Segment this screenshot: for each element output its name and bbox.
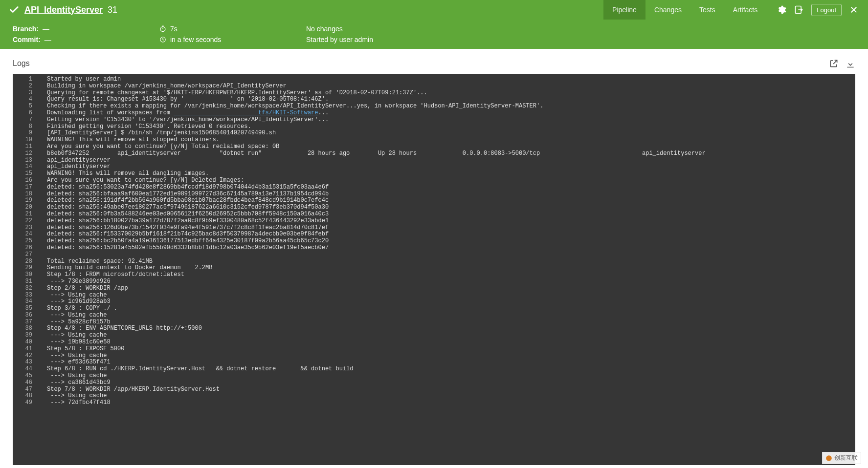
line-number: 16 <box>13 177 40 184</box>
logs-header: Logs <box>13 59 855 68</box>
log-line: 9[API_IdentityServer] $ /bin/sh /tmp/jen… <box>13 130 855 137</box>
line-number: 23 <box>13 225 40 232</box>
console-output[interactable]: 1Started by user admin2Building in works… <box>13 74 855 465</box>
line-content: [API_IdentityServer] $ /bin/sh /tmp/jenk… <box>40 130 276 137</box>
log-line: 35Step 3/8 : COPY ./ . <box>13 305 855 312</box>
log-line: 15WARNING! This will remove all dangling… <box>13 170 855 177</box>
line-content: api_identityserver <box>40 164 111 170</box>
line-content: Query result is: Changeset #153430 by ' … <box>40 96 329 103</box>
line-content: deleted: sha256:15281a45502efb55b90d6332… <box>40 245 329 252</box>
eta-value: in a few seconds <box>170 36 221 43</box>
line-content: WARNING! This will remove all dangling i… <box>40 170 209 177</box>
close-icon[interactable] <box>848 4 859 15</box>
line-content: deleted: sha256:53023a74fd428e8f2869bb4f… <box>40 184 329 191</box>
line-content: ---> Using cache <box>40 373 107 380</box>
line-number: 15 <box>13 170 40 177</box>
log-line: 26deleted: sha256:15281a45502efb55b90d63… <box>13 245 855 252</box>
line-number: 40 <box>13 339 40 346</box>
header-tabs: Pipeline Changes Tests Artifacts <box>603 0 766 20</box>
line-content: deleted: sha256:bb180027ba39a172d787f2aa… <box>40 218 329 225</box>
line-number: 18 <box>13 191 40 198</box>
line-number: 22 <box>13 218 40 225</box>
line-number: 30 <box>13 272 40 278</box>
line-content: deleted: sha256:f153370029b5bf1618f21b74… <box>40 231 329 238</box>
branch-row: Branch: — <box>13 25 159 33</box>
log-line: 6Downloading list of workspaces from tfs… <box>13 110 855 117</box>
line-number: 4 <box>13 96 40 103</box>
line-number: 33 <box>13 292 40 299</box>
breadcrumb-link[interactable]: API_IdentityServer <box>24 5 103 15</box>
log-line: 36 ---> Using cache <box>13 312 855 319</box>
info-col-2: 7s in a few seconds <box>159 25 306 43</box>
commit-label: Commit: <box>13 36 41 43</box>
download-icon[interactable] <box>846 59 855 68</box>
tab-tests[interactable]: Tests <box>690 0 724 20</box>
log-line: 31 ---> 730e3899d926 <box>13 278 855 285</box>
line-number: 45 <box>13 373 40 380</box>
gear-icon[interactable] <box>776 4 787 15</box>
line-number: 2 <box>13 83 40 90</box>
line-number: 3 <box>13 90 40 97</box>
log-line: 18deleted: sha256:bfaaa9af600ea1772ed1e9… <box>13 191 855 198</box>
line-content: ---> 1c961d928ab3 <box>40 298 111 305</box>
line-content: ---> Using cache <box>40 312 107 319</box>
line-number: 29 <box>13 265 40 272</box>
tab-changes[interactable]: Changes <box>645 0 690 20</box>
tab-pipeline[interactable]: Pipeline <box>603 0 645 20</box>
line-content: ---> Using cache <box>40 393 107 400</box>
log-line: 27 <box>13 252 855 258</box>
line-number: 38 <box>13 325 40 332</box>
line-number: 9 <box>13 130 40 137</box>
log-line: 33 ---> Using cache <box>13 292 855 299</box>
exit-icon[interactable] <box>794 4 804 15</box>
line-content: ---> Using cache <box>40 353 107 360</box>
log-link[interactable]: tfs/HKIT-Software <box>174 109 318 116</box>
log-line: 49 ---> 72dfbc47f418 <box>13 400 855 406</box>
line-content: Step 6/8 : RUN cd ./HKERP.IdentityServer… <box>40 366 354 373</box>
log-line: 29Sending build context to Docker daemon… <box>13 265 855 272</box>
commit-value: — <box>45 36 51 43</box>
line-number: 6 <box>13 110 40 117</box>
log-line: 23deleted: sha256:126d0be73b71542f034e9f… <box>13 225 855 232</box>
line-number: 20 <box>13 204 40 211</box>
line-content: Started by user admin <box>40 76 121 83</box>
log-line: 42 ---> Using cache <box>13 353 855 360</box>
log-line: 45 ---> Using cache <box>13 373 855 380</box>
branch-value: — <box>43 25 49 33</box>
line-number: 35 <box>13 305 40 312</box>
line-content: Step 2/8 : WORKDIR /app <box>40 285 128 292</box>
log-line: 39 ---> Using cache <box>13 332 855 339</box>
line-content: Step 5/8 : EXPOSE 5000 <box>40 346 124 353</box>
log-line: 32Step 2/8 : WORKDIR /app <box>13 285 855 292</box>
log-line: 14api_identityserver <box>13 164 855 170</box>
tab-artifacts[interactable]: Artifacts <box>724 0 767 20</box>
line-number: 32 <box>13 285 40 292</box>
line-content: Step 4/8 : ENV ASPNETCORE_URLS http://+:… <box>40 325 202 332</box>
line-number: 7 <box>13 117 40 124</box>
line-number: 28 <box>13 258 40 265</box>
line-content: Finished getting version 'C153430'. Retr… <box>40 124 251 130</box>
line-number: 48 <box>13 393 40 400</box>
log-line: 17deleted: sha256:53023a74fd428e8f2869bb… <box>13 184 855 191</box>
line-content <box>40 252 47 258</box>
line-content: Sending build context to Docker daemon 2… <box>40 265 212 272</box>
line-content: ---> 5a928cf8157b <box>40 319 111 326</box>
logout-button[interactable]: Logout <box>811 4 842 16</box>
log-line: 38Step 4/8 : ENV ASPNETCORE_URLS http://… <box>13 325 855 332</box>
line-content: ---> ca3861d43bc9 <box>40 380 111 386</box>
line-content: Checking if there exists a mapping for /… <box>40 103 543 110</box>
line-number: 27 <box>13 252 40 258</box>
open-external-icon[interactable] <box>829 59 839 68</box>
log-line: 25deleted: sha256:bc2b50fa4a19e361361775… <box>13 238 855 245</box>
line-content: Step 3/8 : COPY ./ . <box>40 305 117 312</box>
info-col-1: Branch: — Commit: — <box>13 25 159 43</box>
log-line: 12b8eb0f347252 api_identityserver "dotne… <box>13 150 855 157</box>
line-number: 36 <box>13 312 40 319</box>
line-content: ---> Using cache <box>40 332 107 339</box>
line-number: 31 <box>13 278 40 285</box>
log-line: 21deleted: sha256:0fb3a5488246ee03ed0065… <box>13 211 855 218</box>
logs-title: Logs <box>13 59 30 68</box>
log-line: 41Step 5/8 : EXPOSE 5000 <box>13 346 855 353</box>
log-line: 10WARNING! This will remove all stopped … <box>13 137 855 144</box>
line-number: 17 <box>13 184 40 191</box>
